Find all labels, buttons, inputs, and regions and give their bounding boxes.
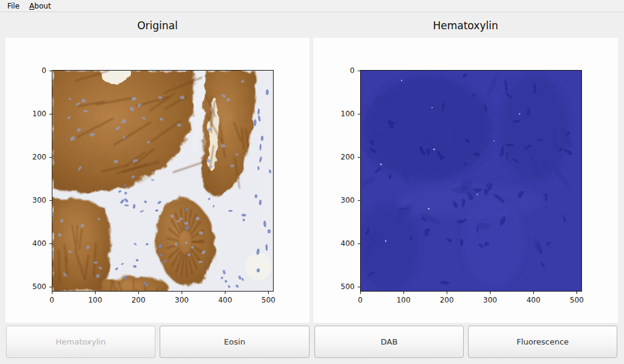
tick-label: 400 bbox=[32, 239, 46, 248]
panel-hematoxylin: 0100200300400500 0100200300400500 bbox=[313, 38, 618, 323]
tick-mark bbox=[52, 292, 52, 294]
x-axis-hematoxylin: 0100200300400500 bbox=[360, 292, 582, 307]
original-histology-svg bbox=[52, 71, 273, 291]
tick-label: 300 bbox=[175, 296, 189, 304]
tick-mark bbox=[268, 292, 269, 294]
tick-label: 200 bbox=[440, 296, 454, 304]
tick-mark bbox=[138, 292, 139, 294]
tick-label: 100 bbox=[88, 296, 102, 304]
menu-bar: File About bbox=[0, 0, 624, 12]
tick-label: 300 bbox=[341, 196, 355, 205]
tick-mark bbox=[225, 292, 225, 294]
tick-mark bbox=[490, 292, 491, 294]
y-axis-original: 0100200300400500 bbox=[21, 71, 52, 292]
tick-label: 0 bbox=[358, 296, 363, 304]
about-label-rest: bout bbox=[34, 2, 51, 10]
y-axis-hematoxylin: 0100200300400500 bbox=[330, 71, 360, 292]
tick-mark bbox=[533, 292, 534, 294]
hematoxylin-button[interactable]: Hematoxylin bbox=[6, 326, 155, 358]
tick-label: 400 bbox=[218, 296, 232, 304]
hematoxylin-image bbox=[360, 70, 582, 292]
tick-label: 100 bbox=[341, 110, 355, 118]
panel-title-original: Original bbox=[5, 17, 310, 34]
dab-button[interactable]: DAB bbox=[314, 326, 464, 358]
menu-item-file[interactable]: File bbox=[2, 1, 24, 12]
tick-label: 300 bbox=[32, 196, 46, 205]
tick-mark bbox=[403, 292, 404, 294]
panel-title-hematoxylin: Hematoxylin bbox=[313, 17, 618, 34]
tick-label: 100 bbox=[32, 110, 46, 118]
original-image bbox=[52, 70, 274, 292]
tick-label: 200 bbox=[32, 153, 46, 161]
fluorescence-button[interactable]: Fluorescence bbox=[468, 326, 617, 358]
tick-label: 0 bbox=[49, 296, 54, 304]
tick-label: 500 bbox=[341, 282, 355, 291]
menu-item-about[interactable]: About bbox=[24, 1, 56, 12]
tick-label: 200 bbox=[341, 153, 355, 161]
tick-mark bbox=[182, 292, 182, 294]
x-axis-original: 0100200300400500 bbox=[52, 292, 274, 307]
tick-mark bbox=[360, 292, 361, 294]
hematoxylin-channel-svg bbox=[361, 71, 581, 291]
panel-original: 0100200300400500 0100200300400500 bbox=[5, 38, 310, 323]
tick-label: 400 bbox=[341, 239, 355, 248]
tick-label: 500 bbox=[32, 282, 46, 291]
tick-label: 400 bbox=[526, 296, 541, 304]
tick-mark bbox=[95, 292, 96, 294]
tick-label: 300 bbox=[483, 296, 497, 304]
tick-label: 0 bbox=[41, 66, 46, 75]
eosin-button[interactable]: Eosin bbox=[160, 326, 310, 358]
tick-label: 500 bbox=[261, 296, 275, 304]
tick-mark bbox=[576, 292, 577, 294]
tick-label: 500 bbox=[570, 296, 584, 304]
tick-mark bbox=[447, 292, 447, 294]
tick-label: 100 bbox=[397, 296, 411, 304]
tick-label: 0 bbox=[350, 66, 355, 75]
tick-label: 200 bbox=[132, 296, 146, 304]
